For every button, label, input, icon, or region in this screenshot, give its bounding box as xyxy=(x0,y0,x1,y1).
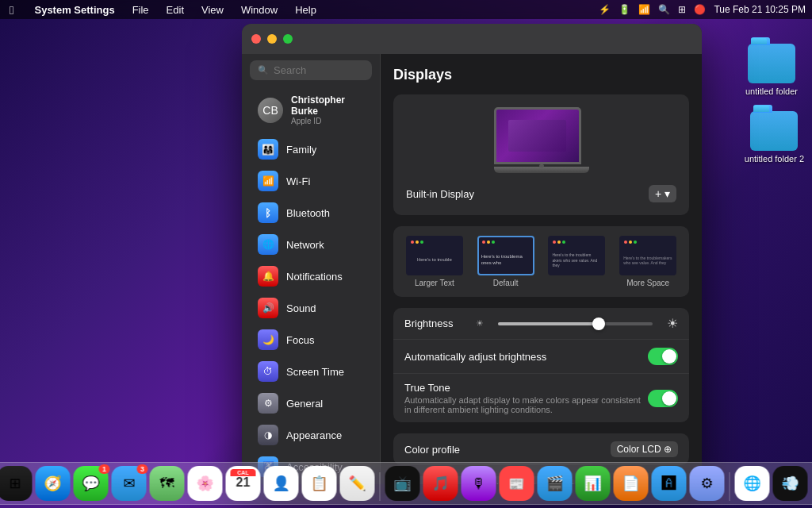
resolution-option-3[interactable]: Here's to the troublem akers who see val… xyxy=(546,236,609,287)
dock-numbers[interactable]: 📊 xyxy=(576,466,611,501)
minimize-button[interactable] xyxy=(267,34,277,44)
apple-menu[interactable]:  xyxy=(6,2,17,18)
dock-appletv[interactable]: 📺 xyxy=(385,466,420,501)
add-display-button[interactable]: + ▾ xyxy=(649,185,676,202)
sidebar-label-general: General xyxy=(286,398,323,410)
bluetooth-icon: ᛒ xyxy=(258,202,278,223)
dots-morespace xyxy=(624,241,637,244)
messages-badge: 1 xyxy=(99,464,110,474)
dock-mail[interactable]: ✉ 3 xyxy=(112,466,147,501)
general-icon: ⚙ xyxy=(258,393,278,414)
profile-info: Christopher Burke Apple ID xyxy=(291,94,364,125)
dock-podcasts[interactable]: 🎙 xyxy=(462,466,496,501)
search-bar[interactable]: 🔍 xyxy=(250,60,372,80)
dock-reminders[interactable]: 📋 xyxy=(302,466,337,501)
menubar-controlcenter-icon[interactable]: ⊞ xyxy=(678,4,686,15)
sidebar-item-appearance[interactable]: ◑ Appearance xyxy=(247,420,375,450)
profile-name: Christopher Burke xyxy=(291,94,364,117)
true-tone-row: True Tone Automatically adapt display to… xyxy=(393,374,689,422)
folder-icon-1 xyxy=(748,44,795,83)
dock-photos[interactable]: 🌸 xyxy=(188,466,223,501)
true-tone-label: True Tone xyxy=(404,382,648,394)
network-icon: 🌐 xyxy=(258,234,278,255)
dock-calendar[interactable]: CAL 21 xyxy=(226,466,261,501)
sidebar-label-family: Family xyxy=(286,144,316,156)
auto-brightness-label: Automatically adjust brightness xyxy=(404,351,648,363)
resolution-option-morespace[interactable]: Here's to the troublemakers who see valu… xyxy=(616,236,680,287)
dock-maps[interactable]: 🗺 xyxy=(150,466,185,501)
dock-chrome[interactable]: 🌐 xyxy=(735,466,770,501)
dock-pages[interactable]: 📄 xyxy=(614,466,649,501)
sidebar-item-profile[interactable]: CB Christopher Burke Apple ID xyxy=(247,88,375,132)
menubar-siri-icon[interactable]: 🔴 xyxy=(694,4,706,15)
sound-icon: 🔊 xyxy=(258,298,278,318)
system-settings-window: 🔍 CB Christopher Burke Apple ID 👨‍👩‍👧 Fa… xyxy=(242,24,702,484)
dock-keynote[interactable]: 🎬 xyxy=(538,466,573,501)
sidebar-item-general[interactable]: ⚙ General xyxy=(247,388,375,418)
sidebar-item-network[interactable]: 🌐 Network xyxy=(247,229,375,260)
close-button[interactable] xyxy=(251,34,261,44)
dock: 🔵 ⊞ 🧭 💬 1 ✉ 3 🗺 🌸 CAL 21 👤 📋 ✏️ xyxy=(0,462,812,505)
sidebar-item-screentime[interactable]: ⏱ Screen Time xyxy=(247,356,375,387)
true-tone-toggle[interactable] xyxy=(648,390,678,407)
resolution-option-default[interactable]: Here's to troublema ones who Default xyxy=(474,236,538,287)
sidebar-item-notifications[interactable]: 🔔 Notifications xyxy=(247,261,375,291)
folder-label-1: untitled folder xyxy=(745,87,798,96)
menubar-edit[interactable]: Edit xyxy=(163,2,187,17)
resolution-option-larger[interactable]: Here's to trouble Larger Text xyxy=(403,236,466,287)
dock-separator-1 xyxy=(380,472,381,501)
dock-music[interactable]: 🎵 xyxy=(423,466,458,501)
screentime-icon: ⏱ xyxy=(258,361,278,382)
menubar-help[interactable]: Help xyxy=(292,2,320,17)
menubar-app-name[interactable]: System Settings xyxy=(31,2,117,17)
menubar-wifi-icon[interactable]: 📶 xyxy=(638,4,650,15)
brightness-slider-track[interactable] xyxy=(498,322,653,325)
menubar-file[interactable]: File xyxy=(129,2,152,17)
sidebar-label-wifi: Wi-Fi xyxy=(286,175,310,187)
sidebar-item-bluetooth[interactable]: ᛒ Bluetooth xyxy=(247,198,375,228)
desktop-icon-1[interactable]: untitled folder xyxy=(745,44,798,96)
wifi-icon: 📶 xyxy=(258,171,278,191)
desktop-icon-2[interactable]: untitled folder 2 xyxy=(745,111,804,164)
sidebar-label-bluetooth: Bluetooth xyxy=(286,207,330,219)
sidebar-item-focus[interactable]: 🌙 Focus xyxy=(247,325,375,355)
menubar-window[interactable]: Window xyxy=(238,2,281,17)
dock-safari[interactable]: 🧭 xyxy=(36,466,71,501)
menubar-left:  System Settings File Edit View Window … xyxy=(6,2,320,18)
sidebar-item-family[interactable]: 👨‍👩‍👧 Family xyxy=(247,134,375,164)
menubar-screenrecord-icon[interactable]: ⚡ xyxy=(599,4,611,15)
menubar-search-icon[interactable]: 🔍 xyxy=(658,4,670,15)
dock-appstore[interactable]: 🅰 xyxy=(652,466,687,501)
dock-steam[interactable]: 💨 xyxy=(773,466,808,501)
notifications-icon: 🔔 xyxy=(258,266,278,287)
dock-launchpad[interactable]: ⊞ xyxy=(0,466,33,501)
color-profile-select[interactable]: Color LCD ⊕ xyxy=(611,441,678,457)
window-titlebar xyxy=(242,24,702,54)
sidebar-label-network: Network xyxy=(286,239,324,251)
menubar-battery-icon[interactable]: 🔋 xyxy=(619,4,630,15)
laptop-screen xyxy=(494,107,581,164)
dock-systemsettings[interactable]: ⚙ xyxy=(690,466,725,501)
color-profile-row: Color profile Color LCD ⊕ xyxy=(393,433,689,465)
brightness-slider-fill xyxy=(498,322,599,325)
sidebar-item-sound[interactable]: 🔊 Sound xyxy=(247,293,375,323)
sidebar-item-wifi[interactable]: 📶 Wi-Fi xyxy=(247,166,375,196)
res-label-default: Default xyxy=(493,279,519,287)
dock-freeform[interactable]: ✏️ xyxy=(340,466,375,501)
dock-news[interactable]: 📰 xyxy=(500,466,534,501)
dock-messages[interactable]: 💬 1 xyxy=(74,466,109,501)
display-name: Built-in Display xyxy=(406,188,474,200)
maximize-button[interactable] xyxy=(283,34,293,44)
sidebar-label-sound: Sound xyxy=(286,302,316,314)
menubar-right: ⚡ 🔋 📶 🔍 ⊞ 🔴 Tue Feb 21 10:25 PM xyxy=(599,4,806,15)
search-input[interactable] xyxy=(274,64,364,76)
folder-icon-2 xyxy=(750,111,798,151)
display-label-row: Built-in Display + ▾ xyxy=(406,185,676,202)
focus-icon: 🌙 xyxy=(258,329,278,350)
mail-badge: 3 xyxy=(137,464,148,474)
dock-contacts[interactable]: 👤 xyxy=(264,466,299,501)
brightness-slider-thumb[interactable] xyxy=(592,318,605,330)
family-icon: 👨‍👩‍👧 xyxy=(258,139,278,160)
menubar-view[interactable]: View xyxy=(198,2,227,17)
auto-brightness-toggle[interactable] xyxy=(648,348,678,365)
